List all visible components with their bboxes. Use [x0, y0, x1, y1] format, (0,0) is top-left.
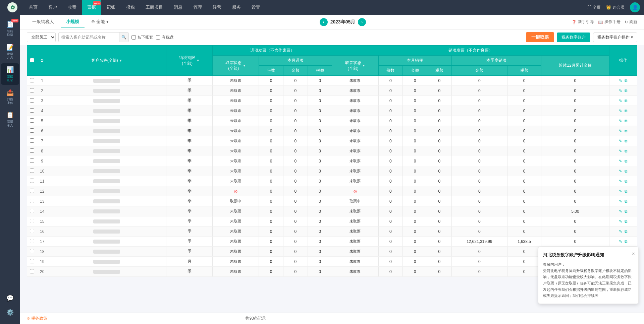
edit-icon[interactable]: ✎ — [619, 109, 622, 113]
edit-icon[interactable]: ✎ — [619, 169, 622, 174]
avatar[interactable]: 👤 — [630, 2, 640, 12]
fullscreen-btn[interactable]: ⛶ 全屏 — [587, 5, 601, 10]
one-click-fetch-btn[interactable]: 一键取票 — [526, 32, 554, 42]
member-btn[interactable]: 👑 购会员 — [606, 5, 625, 10]
copy-icon[interactable]: ⧉ — [625, 209, 628, 214]
row-checkbox[interactable] — [30, 169, 34, 173]
copy-icon[interactable]: ⧉ — [625, 119, 628, 123]
copy-icon[interactable]: ⧉ — [625, 129, 628, 133]
row-checkbox[interactable] — [30, 229, 34, 233]
copy-icon[interactable]: ⧉ — [625, 219, 628, 224]
tab-all[interactable]: ⊕ 全能 ▾ — [86, 17, 114, 27]
nav-manage[interactable]: 管理 — [188, 0, 207, 15]
copy-icon[interactable]: ⧉ — [625, 88, 628, 93]
nav-home[interactable]: 首页 — [23, 0, 43, 15]
nav-settings[interactable]: 设置 — [246, 0, 266, 15]
edit-icon[interactable]: ✎ — [619, 199, 622, 204]
employee-select-wrapper[interactable]: 全部员工 — [27, 32, 56, 42]
copy-icon[interactable]: ⧉ — [625, 109, 628, 113]
row-checkbox[interactable] — [30, 179, 34, 183]
copy-icon[interactable]: ⧉ — [625, 239, 628, 244]
row-checkbox[interactable] — [30, 269, 34, 273]
row-checkbox[interactable] — [30, 189, 34, 193]
select-all-checkbox[interactable] — [30, 58, 34, 62]
row-checkbox[interactable] — [30, 219, 34, 223]
copy-icon[interactable]: ⧉ — [625, 78, 628, 83]
row-checkbox[interactable] — [30, 78, 34, 82]
nav-client[interactable]: 客户 — [43, 0, 62, 15]
nav-tax[interactable]: 报税 — [121, 0, 140, 15]
edit-icon[interactable]: ✎ — [619, 119, 622, 123]
sidebar-item-scan[interactable]: 📤 扫描上传 — [1, 86, 19, 108]
th-tax-period[interactable]: 纳税期限(全部) ▼ — [166, 46, 213, 76]
sidebar-item-record[interactable]: 📋 票据录入 — [1, 109, 19, 130]
edit-icon[interactable]: ✎ — [619, 78, 622, 83]
next-month-btn[interactable]: › — [358, 18, 366, 26]
copy-icon[interactable]: ⧉ — [625, 159, 628, 164]
edit-icon[interactable]: ✎ — [619, 139, 622, 143]
nav-message[interactable]: 消息 — [168, 0, 188, 15]
copy-icon[interactable]: ⧉ — [625, 179, 628, 184]
edit-icon[interactable]: ✎ — [619, 239, 622, 244]
row-checkbox[interactable] — [30, 148, 34, 153]
edit-icon[interactable]: ✎ — [619, 149, 622, 153]
th-client-name[interactable]: 客户名称(全部) ▼ — [47, 46, 166, 76]
nav-bookkeeping[interactable]: 记账 — [101, 0, 121, 15]
search-input[interactable] — [59, 35, 119, 40]
row-checkbox[interactable] — [30, 138, 34, 143]
edit-icon[interactable]: ✎ — [619, 159, 622, 164]
row-checkbox[interactable] — [30, 158, 34, 163]
row-checkbox[interactable] — [30, 108, 34, 113]
row-checkbox[interactable] — [30, 239, 34, 243]
row-checkbox[interactable] — [30, 199, 34, 203]
has-tax-disk-checkbox[interactable]: 有税盘 — [156, 35, 174, 40]
copy-icon[interactable]: ⧉ — [625, 99, 628, 103]
notification-close-btn[interactable]: × — [632, 250, 635, 258]
edit-icon[interactable]: ✎ — [619, 129, 622, 133]
sidebar-item-open-invoice[interactable]: 📝 发票开具 — [1, 41, 19, 62]
th-in-fetch-status[interactable]: 取票状态(全部) ▼ — [213, 56, 259, 76]
edit-icon[interactable]: ✎ — [619, 99, 622, 103]
logo-area[interactable]: ✿ — [4, 2, 21, 12]
edit-icon[interactable]: ✎ — [619, 219, 622, 224]
row-checkbox[interactable] — [30, 259, 34, 263]
nav-business[interactable]: 工商项目 — [140, 0, 168, 15]
row-checkbox[interactable] — [30, 98, 34, 103]
refresh-btn[interactable]: ↻ 刷新 — [625, 19, 637, 25]
copy-icon[interactable]: ⧉ — [625, 139, 628, 143]
copy-icon[interactable]: ⧉ — [625, 229, 628, 234]
digital-account-btn[interactable]: 税务数字账户 — [557, 33, 590, 42]
nav-service[interactable]: 服务 — [227, 0, 246, 15]
sidebar-item-chat[interactable]: 💬 — [1, 292, 19, 305]
prev-month-btn[interactable]: ‹ — [320, 18, 328, 26]
sidebar-item-smart-fetch[interactable]: 🧾 智能取票 new — [1, 18, 19, 40]
row-checkbox[interactable] — [30, 118, 34, 123]
nav-invoice[interactable]: 票据 new — [82, 0, 101, 15]
subordinate-accounts-checkbox[interactable]: 名下账套 — [131, 35, 153, 40]
search-button[interactable]: 🔍 — [119, 33, 128, 42]
edit-icon[interactable]: ✎ — [619, 209, 622, 214]
copy-icon[interactable]: ⧉ — [625, 149, 628, 153]
copy-icon[interactable]: ⧉ — [625, 199, 628, 204]
digital-account-ops-btn[interactable]: 税务数字账户操作 ▾ — [593, 33, 637, 42]
row-checkbox[interactable] — [30, 88, 34, 92]
copy-icon[interactable]: ⧉ — [625, 189, 628, 194]
edit-icon[interactable]: ✎ — [619, 189, 622, 194]
edit-icon[interactable]: ✎ — [619, 88, 622, 93]
edit-icon[interactable]: ✎ — [619, 179, 622, 184]
row-checkbox[interactable] — [30, 249, 34, 253]
tab-general-taxpayer[interactable]: 一般纳税人 — [27, 17, 59, 27]
row-checkbox[interactable] — [30, 209, 34, 213]
sidebar-item-config[interactable]: ⚙️ — [1, 306, 19, 319]
row-checkbox[interactable] — [30, 128, 34, 133]
sidebar-item-summary[interactable]: 📊 票据汇总 — [1, 63, 19, 85]
copy-icon[interactable]: ⧉ — [625, 169, 628, 174]
tax-policy-link[interactable]: ⊙ 税务政策 — [27, 316, 47, 321]
manual-btn[interactable]: 📖 操作手册 — [598, 19, 621, 25]
edit-icon[interactable]: ✎ — [619, 229, 622, 234]
tab-small-scale[interactable]: 小规模 — [61, 17, 85, 27]
employee-select[interactable]: 全部员工 — [27, 33, 55, 42]
new-guide-btn[interactable]: ❓ 新手引导 — [572, 19, 594, 25]
nav-fee[interactable]: 收费 — [62, 0, 82, 15]
nav-operation[interactable]: 经营 — [207, 0, 227, 15]
